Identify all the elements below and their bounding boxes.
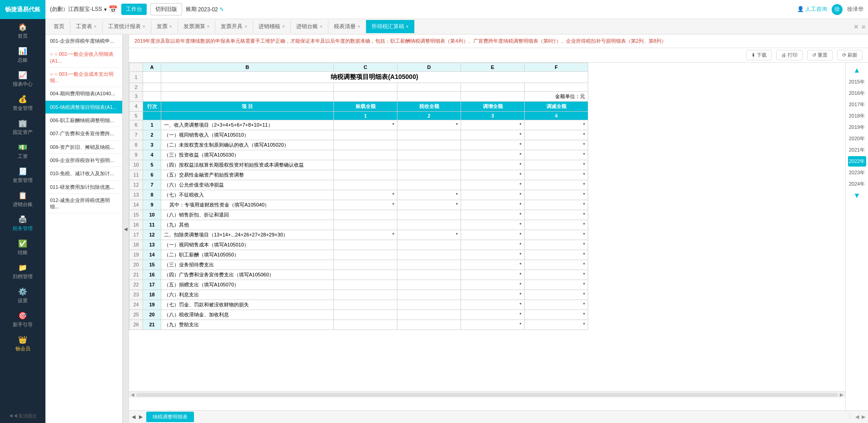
cell-d17[interactable]: * [397,230,461,240]
cell-e6[interactable]: * [461,120,525,130]
year-nav-down[interactable]: ▼ [852,190,863,202]
cell-b14[interactable]: 其中：专项用途财政性资金（填写A105040） [161,200,334,210]
year-2018[interactable]: 2018年 [848,111,866,121]
cell-b23[interactable]: （六）利息支出 [161,290,334,300]
cell-b17[interactable]: 二、扣除类调整项目（13+14+...24+26+27+28+29+30） [161,230,334,240]
left-panel-item-006[interactable]: 006-职工薪酬纳税调整明细... [45,114,122,127]
cell-f8[interactable]: * [525,140,588,150]
cell-d10[interactable] [397,160,461,170]
cell-c6[interactable]: * [334,120,397,130]
horizontal-scrollbar[interactable]: ◀ ▶ [129,391,845,398]
download-button[interactable]: ⬇ 下载 [746,50,772,60]
sheet-right-nav[interactable]: ▶ [862,414,865,420]
support-link[interactable]: 👤 人工咨询 [797,5,827,13]
cell-d12[interactable] [397,180,461,190]
left-panel-item-010[interactable]: 010-免税、减计收入及加计... [45,167,122,180]
cell-c14[interactable]: * [334,200,397,210]
cell-c10[interactable] [334,160,397,170]
period-edit-icon[interactable]: ✎ [219,6,224,13]
cell-f20[interactable]: * [525,260,588,270]
cell-f26[interactable]: * [525,320,588,330]
cell-b20[interactable]: （三）业务招待费支出 [161,260,334,270]
cell-c17[interactable]: * [334,230,397,240]
cell-e14[interactable]: * [461,200,525,210]
sheet-nav-prev[interactable]: ◀ [132,414,135,420]
tab-invoice[interactable]: 发票 × [151,20,178,33]
cell-e18[interactable]: * [461,240,525,250]
tab-payroll[interactable]: 工资表 × [70,20,103,33]
cell-a17[interactable]: 12 [143,230,161,240]
cell-b18[interactable]: （一）视同销售成本（填写A105010） [161,240,334,250]
cell-b7[interactable]: （一）视同销售收入（填写A105010） [161,130,334,140]
cell-a19[interactable]: 14 [143,250,161,260]
sidebar-item-tax-mgmt[interactable]: 🖨️ 税务管理 [0,212,45,236]
print-button[interactable]: 🖨 打印 [776,50,803,60]
cell-d22[interactable] [397,280,461,290]
tab-income-tax-close[interactable]: × [406,24,409,29]
tab-invoice-close[interactable]: × [169,24,172,29]
left-panel-item-003[interactable]: ○ 003-一般企业成本支出明细... [45,68,122,88]
cell-d15[interactable] [397,210,461,220]
left-panel-item-004[interactable]: 004-期间费用明细表(A1040... [45,87,122,100]
cell-d21[interactable] [397,270,461,280]
left-panel-item-007[interactable]: 007-广告费和业务宣传费跨... [45,127,122,140]
left-panel-item-011[interactable]: 011-研发费用加计扣除优惠... [45,181,122,194]
year-2024[interactable]: 2024年 [848,179,866,189]
cell-d6[interactable]: * [397,120,461,130]
cell-b15[interactable]: （八）销售折扣、折让和退回 [161,210,334,220]
cell-d26[interactable] [397,320,461,330]
sidebar-unpin[interactable]: ◀◀ 取消固定 [0,409,45,423]
year-2017[interactable]: 2017年 [848,99,866,110]
cell-a25[interactable]: 20 [143,310,161,320]
sidebar-item-settings[interactable]: ⚙️ 设置 [0,284,45,308]
cell-e26[interactable]: * [461,320,525,330]
cell-b19[interactable]: （二）职工薪酬（填写A105050） [161,250,334,260]
cell-c8[interactable] [334,140,397,150]
sidebar-item-purchase-ledger[interactable]: 📋 进销台账 [0,187,45,212]
year-2020[interactable]: 2020年 [848,133,866,144]
cell-c19[interactable] [334,250,397,260]
cell-a18[interactable]: 13 [143,240,161,250]
tab-payroll-report-close[interactable]: × [143,24,145,29]
cell-d13[interactable]: * [397,190,461,200]
cell-b24[interactable]: （七）罚金、罚款和被没收财物的损失 [161,300,334,310]
sidebar-item-guide[interactable]: 🎯 新手引导 [0,308,45,332]
sheet-tab-main[interactable]: 纳税调整明细表 [146,412,194,422]
tab-home[interactable]: 首页 [48,20,70,33]
cell-c22[interactable] [334,280,397,290]
cell-f22[interactable]: * [525,280,588,290]
sidebar-item-ledger[interactable]: 📊 总账 [0,43,45,67]
cell-b26[interactable]: （九）赞助支出 [161,320,334,330]
cell-c25[interactable] [334,310,397,320]
cell-a21[interactable]: 16 [143,270,161,280]
cell-e12[interactable]: * [461,180,525,190]
cell-b11[interactable]: （五）交易性金融资产初始投资调整 [161,170,334,180]
tab-invoice-open-close[interactable]: × [244,24,247,29]
cell-c7[interactable] [334,130,397,140]
tab-tax-clear-close[interactable]: × [357,24,360,29]
sheet-nav-next[interactable]: ▶ [139,414,143,420]
cell-c15[interactable] [334,210,397,220]
cell-d20[interactable] [397,260,461,270]
cell-d25[interactable] [397,310,461,320]
cell-b6[interactable]: 一、收入类调整项目（2+3+4+5+6+7+8+10+11） [161,120,334,130]
cell-a15[interactable]: 10 [143,210,161,220]
sidebar-item-archive[interactable]: 📁 归档管理 [0,260,45,284]
cell-a9[interactable]: 4 [143,150,161,160]
company-selector[interactable]: (勿删）江西股宝-LSS ▾ 📅 [50,5,118,14]
cell-f13[interactable]: * [525,190,588,200]
sidebar-item-settlement[interactable]: ✅ 结账 [0,236,45,260]
cell-b21[interactable]: （四）广告费和业务宣传费支出（填写A105060） [161,270,334,280]
year-2016[interactable]: 2016年 [848,88,866,98]
cell-b16[interactable]: （九）其他 [161,220,334,230]
cell-e9[interactable]: * [461,150,525,160]
cell-c18[interactable] [334,240,397,250]
cell-f16[interactable]: * [525,220,588,230]
cell-e15[interactable]: * [461,210,525,220]
cell-f21[interactable]: * [525,270,588,280]
left-panel-item-005[interactable]: 005-纳税调整项目明细表(A1... [45,101,122,114]
cell-b8[interactable]: （二）未按权责发生制原则确认的收入（填写A105020） [161,140,334,150]
scroll-left-icon[interactable]: ◀ [131,392,134,397]
cell-d9[interactable] [397,150,461,160]
cell-a12[interactable]: 7 [143,180,161,190]
